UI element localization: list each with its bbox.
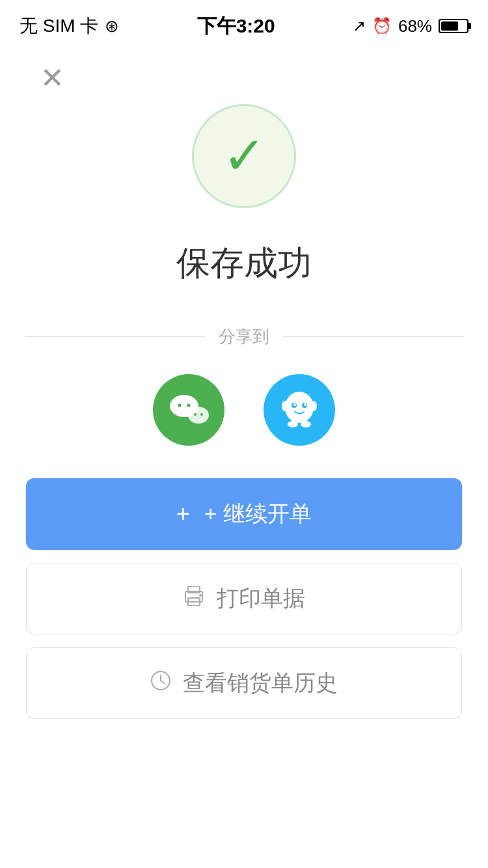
close-icon: ✕ xyxy=(40,64,64,92)
success-circle: ✓ xyxy=(192,104,296,208)
plus-icon: + xyxy=(176,500,190,528)
clock-icon xyxy=(150,670,171,696)
svg-point-3 xyxy=(187,404,191,407)
svg-point-13 xyxy=(288,421,298,427)
print-label: 打印单据 xyxy=(217,584,305,614)
no-sim-label: 无 SIM 卡 xyxy=(20,14,98,38)
svg-point-5 xyxy=(200,413,203,416)
status-bar: 无 SIM 卡 ⊛ 下午3:20 ↗ ⏰ 68% xyxy=(0,0,488,52)
history-label: 查看销货单历史 xyxy=(183,668,338,698)
share-icons-row xyxy=(153,374,335,446)
buttons-section: + + 继续开单 打印单据 xyxy=(0,478,488,719)
history-button[interactable]: 查看销货单历史 xyxy=(26,647,462,719)
divider-left xyxy=(25,336,206,337)
svg-point-6 xyxy=(285,392,314,423)
wechat-share-button[interactable] xyxy=(153,374,224,446)
svg-point-12 xyxy=(310,401,317,411)
continue-button[interactable]: + + 继续开单 xyxy=(26,478,462,550)
wifi-icon: ⊛ xyxy=(105,16,119,36)
qq-logo xyxy=(280,389,319,431)
qq-share-button[interactable] xyxy=(264,374,335,446)
share-section: 分享到 xyxy=(0,325,488,446)
svg-point-4 xyxy=(194,413,197,416)
svg-point-10 xyxy=(304,403,306,406)
success-title: 保存成功 xyxy=(176,241,312,286)
close-button[interactable]: ✕ xyxy=(33,59,72,98)
divider-row: 分享到 xyxy=(25,325,464,348)
status-right: ↗ ⏰ 68% xyxy=(353,16,468,36)
svg-point-1 xyxy=(188,407,209,424)
svg-point-11 xyxy=(282,401,288,411)
battery-percent: 68% xyxy=(398,16,432,36)
alarm-icon: ⏰ xyxy=(372,17,392,35)
status-time: 下午3:20 xyxy=(197,13,275,40)
print-button[interactable]: 打印单据 xyxy=(26,563,462,634)
wechat-logo xyxy=(169,393,209,427)
svg-point-18 xyxy=(199,594,202,597)
svg-point-14 xyxy=(301,421,311,427)
main-content: ✓ 保存成功 分享到 xyxy=(0,52,488,719)
share-label: 分享到 xyxy=(206,325,282,348)
battery-icon xyxy=(439,19,468,33)
svg-point-2 xyxy=(178,404,182,407)
printer-icon xyxy=(183,586,205,611)
svg-point-9 xyxy=(293,403,296,406)
svg-line-21 xyxy=(161,681,165,683)
location-icon: ↗ xyxy=(353,17,366,35)
continue-label: + 继续开单 xyxy=(204,499,312,529)
status-left: 无 SIM 卡 ⊛ xyxy=(20,14,119,38)
divider-right xyxy=(282,336,464,337)
checkmark-icon: ✓ xyxy=(223,130,266,182)
